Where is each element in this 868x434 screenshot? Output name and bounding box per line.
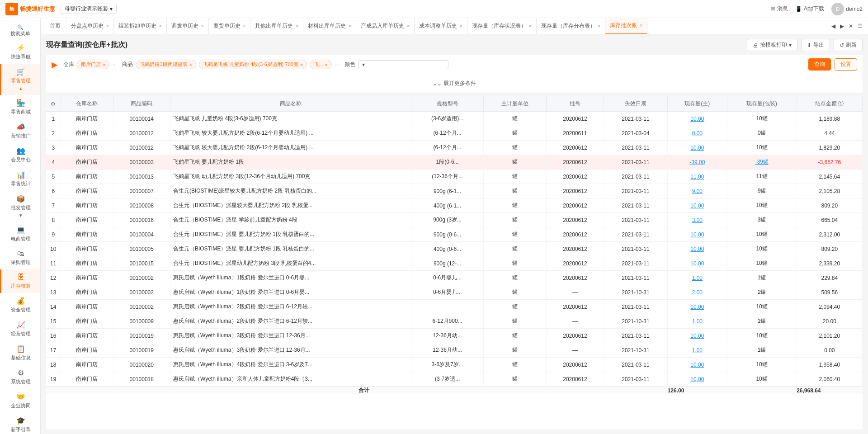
table-row: 15 南岸门店 00100009 惠氏启赋（Wyeth illuma）2段奶粉 … — [46, 314, 863, 329]
tab-close-product-in[interactable]: × — [407, 24, 410, 28]
refresh-button[interactable]: ↺ 刷新 — [834, 39, 863, 51]
row-qty-main[interactable]: 10.00 — [668, 198, 727, 213]
row-qty-main[interactable]: 10.00 — [668, 227, 727, 242]
product-tag-3-close[interactable]: × — [325, 62, 328, 67]
color-filter-group: 颜色 ▾ — [344, 60, 448, 69]
tab-order[interactable]: 要货单历史 × — [209, 18, 251, 34]
store-selector[interactable]: 母婴行业演示账套 ▾ — [61, 4, 117, 14]
sidebar-shortcut[interactable]: ⚡ 快捷导航 — [0, 40, 40, 64]
row-qty-main[interactable]: -39.00 — [668, 155, 727, 170]
tab-close-other-out[interactable]: × — [296, 24, 298, 28]
row-qty-main[interactable]: 9.00 — [668, 184, 727, 198]
filter-expand-arrow[interactable]: ▶ — [52, 60, 58, 70]
row-qty-main[interactable]: 3.00 — [668, 213, 727, 227]
tab-prev-button[interactable]: ◀ — [830, 22, 837, 30]
sidebar-item-ecommerce[interactable]: 💻 电商管理 — [0, 222, 40, 246]
product-more[interactable]: ··· — [335, 61, 339, 68]
tab-close-inventory-count[interactable]: × — [106, 24, 109, 28]
row-qty-main[interactable]: 10.00 — [668, 329, 727, 343]
sidebar-item-guide[interactable]: 🎓 新手引导 — [0, 413, 40, 434]
tab-product-in[interactable]: 产成品入库单历史 × — [356, 18, 415, 34]
product-tag-1-close[interactable]: × — [189, 62, 192, 67]
product-tag-2[interactable]: 飞鹤星飞帆 儿童奶粉 4段(3-6岁适用) 700克 × — [199, 60, 307, 69]
row-expire: 2021-03-11 — [604, 271, 668, 285]
row-qty-main[interactable]: 10.00 — [668, 372, 727, 387]
tab-close-all-button[interactable]: ✕ — [847, 22, 855, 30]
table-scroll[interactable]: ⚙ 仓库名称 商品编码 商品名称 规格型号 主计量单位 批号 失效日期 现存量(… — [46, 96, 863, 429]
row-spec: 6-12月900... — [411, 314, 484, 329]
table-row: 10 南岸门店 00100005 合生元（BIOSTIME）派星 婴儿配方奶粉 … — [46, 242, 863, 256]
query-button[interactable]: 查询 — [808, 58, 831, 71]
tab-close-assembly[interactable]: × — [159, 24, 162, 28]
product-tag-3[interactable]: 飞... × — [310, 60, 332, 69]
color-input[interactable]: ▾ — [358, 60, 448, 69]
row-qty-main[interactable]: 10.00 — [668, 256, 727, 271]
tab-home[interactable]: 首页 — [44, 18, 66, 34]
row-unit: 罐 — [484, 227, 547, 242]
tab-close-stock-status[interactable]: × — [529, 24, 532, 28]
tab-stock-dist[interactable]: 现存量（库存分布表） × — [537, 18, 606, 34]
warehouse-more[interactable]: ··· — [112, 61, 117, 68]
settings-button[interactable]: 设置 — [835, 58, 857, 71]
table-container: ⚙ 仓库名称 商品编码 商品名称 规格型号 主计量单位 批号 失效日期 现存量(… — [46, 96, 863, 429]
product-tag-2-close[interactable]: × — [300, 62, 303, 67]
warehouse-tag-close[interactable]: × — [103, 62, 105, 67]
sidebar-item-inventory[interactable]: 🗄 库存核算 — [0, 269, 40, 293]
user-avatar-button[interactable]: D demo2 — [831, 3, 863, 15]
tab-close-cost-adjust[interactable]: × — [460, 24, 462, 28]
tab-stock-status[interactable]: 现存量（库存状况表） × — [467, 18, 537, 34]
app-download-button[interactable]: 📱 App下载 — [795, 5, 824, 13]
tab-close-transfer[interactable]: × — [201, 24, 204, 28]
expand-conditions-button[interactable]: ⌄⌄ 展开更多条件 — [429, 78, 480, 89]
sidebar-item-retail-stats[interactable]: 📊 零售统计 — [0, 167, 40, 191]
row-qty-main[interactable]: 11.00 — [668, 170, 727, 184]
table-row: 7 南岸门店 00100008 合生元（BIOSTIME）派星较大婴儿配方奶粉 … — [46, 198, 863, 213]
row-qty-main[interactable]: 1.00 — [668, 271, 727, 285]
sidebar-item-marketing[interactable]: 📣 营销推广 — [0, 119, 40, 143]
row-index: 6 — [46, 184, 61, 198]
sidebar-item-retail-mall[interactable]: 🏪 零售商城 — [0, 95, 40, 119]
row-qty-main[interactable]: 1.00 — [668, 314, 727, 329]
row-warehouse: 南岸门店 — [61, 256, 113, 271]
sidebar-item-operations[interactable]: 📈 经营管理 — [0, 317, 40, 341]
row-qty-main[interactable]: 2.00 — [668, 285, 727, 300]
tab-other-out[interactable]: 其他出库单历史 × — [250, 18, 303, 34]
row-expire: 2021-03-11 — [604, 300, 668, 314]
tab-close-batch-ledger[interactable]: × — [640, 23, 642, 28]
message-button[interactable]: ✉ 消息 — [771, 5, 788, 13]
row-qty-main[interactable]: 10.00 — [668, 358, 727, 372]
row-qty-main[interactable]: 1.00 — [668, 343, 727, 358]
sidebar-item-wholesale[interactable]: 📦 批发管理 ▾ — [0, 191, 40, 222]
message-label: 消息 — [777, 5, 788, 13]
sidebar-item-basic-info[interactable]: 📋 基础信息 — [0, 341, 40, 365]
sidebar-item-retail-mgmt[interactable]: 🛒 零售管理 ▴ — [0, 64, 40, 95]
app-label: App下载 — [804, 5, 824, 13]
warehouse-tag[interactable]: 南岸门店 × — [77, 60, 109, 69]
sidebar-item-purchase[interactable]: 🛍 采购管理 — [0, 246, 40, 269]
sidebar-item-system-label: 系统管理 — [11, 378, 31, 385]
sidebar-item-member[interactable]: 👥 会员中心 — [0, 143, 40, 167]
tab-menu-button[interactable]: ☰ — [856, 22, 864, 30]
tab-cost-adjust[interactable]: 成本调整单历史 × — [415, 18, 467, 34]
sidebar-item-finance[interactable]: 💰 资金管理 — [0, 293, 40, 317]
export-button[interactable]: ⬇ 导出 — [801, 39, 830, 51]
tab-close-stock-dist[interactable]: × — [598, 24, 601, 28]
row-qty-main[interactable]: 10.00 — [668, 242, 727, 256]
row-qty-main[interactable]: 10.00 — [668, 112, 727, 126]
print-button[interactable]: 🖨 按模板打印 ▾ — [747, 39, 797, 51]
tab-next-button[interactable]: ▶ — [838, 22, 846, 30]
tab-batch-ledger[interactable]: 库存批次账 × — [605, 18, 647, 34]
sidebar-item-system[interactable]: ⚙ 系统管理 — [0, 365, 40, 389]
tab-transfer[interactable]: 调拨单历史 × — [167, 18, 209, 34]
tab-close-material-out[interactable]: × — [349, 24, 351, 28]
row-qty-main[interactable]: 10.00 — [668, 300, 727, 314]
tab-material-out[interactable]: 材料出库单历史 × — [303, 18, 356, 34]
tab-inventory-count[interactable]: 分盘点单历史 × — [66, 18, 114, 34]
row-qty-main[interactable]: 0.00 — [668, 126, 727, 141]
row-qty-main[interactable]: 10.00 — [668, 141, 727, 155]
sidebar-item-collab[interactable]: 🤝 企业协同 — [0, 389, 40, 413]
sidebar-search[interactable]: 🔍 搜索菜单 — [9, 22, 32, 40]
product-tag-1[interactable]: 飞鹤奶粉3段闭罐提装 × — [136, 60, 196, 69]
tab-close-order[interactable]: × — [243, 24, 246, 28]
tab-assembly[interactable]: 组装拆卸单历史 × — [114, 18, 167, 34]
